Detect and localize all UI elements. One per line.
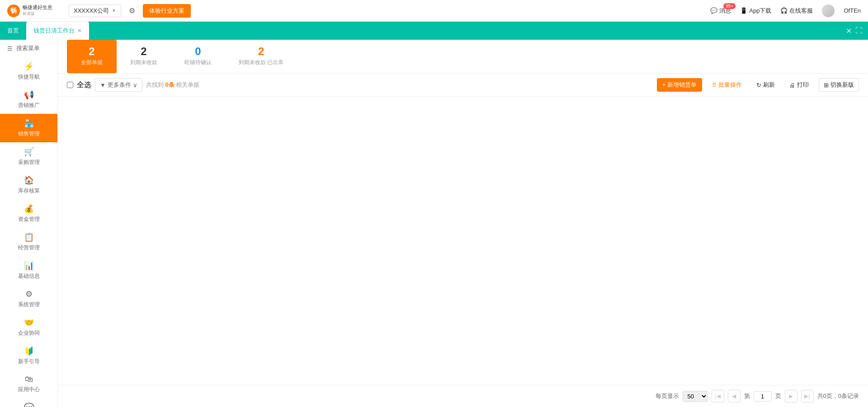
filter-icon: ▼: [100, 82, 106, 89]
message-item[interactable]: 💬 消息 99+: [710, 7, 731, 15]
page-last-btn[interactable]: ▶|: [801, 390, 814, 402]
add-sales-btn[interactable]: + 新增销货单: [657, 78, 702, 92]
app-download-item[interactable]: 📱 App下载: [740, 7, 771, 15]
finance-icon: 💰: [24, 204, 34, 214]
tab-home[interactable]: 首页: [0, 22, 26, 40]
stat-overdue-out-number: 2: [258, 45, 264, 58]
service-label: 在线客服: [789, 7, 813, 15]
marketing-icon: 📢: [24, 90, 34, 100]
toolbar-left: 全选 ▼ 更多条件 ∨ 共找到 0条 相关单据: [67, 78, 199, 92]
sidebar-item-finance[interactable]: 💰 资金管理: [0, 199, 57, 228]
logo-icon: 畅: [7, 5, 20, 17]
enterprise-label: 企业协同: [18, 329, 40, 337]
system-icon: ⚙: [25, 289, 33, 299]
batch-op-btn[interactable]: ⠿ 批量操作: [708, 79, 746, 91]
quick-nav-label: 快捷导航: [18, 73, 40, 81]
settings-icon[interactable]: ⚙: [126, 5, 138, 17]
per-page-select[interactable]: 50 100 200: [683, 391, 708, 402]
sidebar-item-wechat[interactable]: 💬 企业微信: [0, 398, 57, 407]
inventory-icon: 🏠: [24, 175, 34, 185]
tab-expand-action[interactable]: ⛶: [855, 27, 863, 35]
app-icon: 📱: [740, 7, 747, 14]
switch-version-btn[interactable]: ⊞ 切换新版: [819, 78, 859, 92]
company-name: XXXXXX公司: [74, 7, 109, 15]
stat-tab-all[interactable]: 2 全部单据: [67, 40, 117, 73]
sidebar-item-enterprise[interactable]: 🤝 企业协同: [0, 313, 57, 342]
user-avatar[interactable]: [822, 5, 835, 17]
page-suffix: 页: [775, 392, 781, 400]
page-label: 第: [744, 392, 750, 400]
found-text: 共找到 0条 相关单据: [146, 81, 199, 89]
stats-bar: 2 全部单据 2 到期未收款 0 旺辅待确认 2 到期未收款 已出库: [58, 40, 868, 74]
toolbar-right: + 新增销货单 ⠿ 批量操作 ↻ 刷新 🖨 打印 ⊞ 切换新版: [657, 78, 859, 92]
username[interactable]: OfTEn: [844, 7, 861, 14]
sidebar-item-basic-info[interactable]: 📊 基础信息: [0, 256, 57, 285]
top-bar-right: 💬 消息 99+ 📱 App下载 🎧 在线客服 OfTEn: [710, 5, 861, 17]
print-btn[interactable]: 🖨 打印: [785, 79, 813, 91]
sidebar-item-inventory[interactable]: 🏠 库存核算: [0, 171, 57, 199]
tab-work[interactable]: 钱货日清工作台 ✕: [26, 22, 89, 40]
per-page-label: 每页显示: [656, 392, 679, 400]
stat-tab-overdue[interactable]: 2 到期未收款: [117, 40, 171, 73]
service-icon: 🎧: [780, 7, 788, 14]
main-layout: ☰ 搜索菜单 ⚡ 快捷导航 📢 营销推广 🏪 销售管理 🛒 采购管理 🏠 库存核…: [0, 40, 868, 407]
app-center-icon: 🛍: [25, 374, 33, 384]
tab-close-action[interactable]: ✕: [846, 27, 852, 35]
inventory-label: 库存核算: [18, 187, 40, 195]
page-first-btn[interactable]: |◀: [712, 390, 724, 402]
logo-title: 畅捷通好生意: [23, 5, 52, 10]
app-label: App下载: [749, 7, 771, 15]
logo: 畅 畅捷通好生意 标准版: [7, 5, 65, 17]
sidebar-item-purchase[interactable]: 🛒 采购管理: [0, 142, 57, 171]
sidebar-item-system[interactable]: ⚙ 系统管理: [0, 285, 57, 313]
experience-button[interactable]: 体验行业方案: [143, 4, 191, 18]
refresh-btn[interactable]: ↻ 刷新: [752, 79, 779, 91]
sidebar-item-marketing[interactable]: 📢 营销推广: [0, 85, 57, 114]
purchase-label: 采购管理: [18, 159, 40, 166]
filter-label: 更多条件: [108, 81, 131, 89]
stat-all-label: 全部单据: [81, 59, 103, 66]
stat-overdue-number: 2: [141, 45, 146, 58]
online-service-item[interactable]: 🎧 在线客服: [780, 7, 813, 15]
tab-close-icon[interactable]: ✕: [77, 28, 82, 34]
stat-pending-label: 旺辅待确认: [184, 59, 212, 66]
page-next-btn[interactable]: ▶: [785, 390, 797, 402]
sidebar-item-operation[interactable]: 📋 经营管理: [0, 228, 57, 256]
wechat-icon: 💬: [24, 402, 34, 407]
user-name-label: OfTEn: [844, 7, 861, 14]
stat-pending-number: 0: [195, 45, 201, 58]
page-prev-btn[interactable]: ◀: [728, 390, 741, 402]
message-badge: 99+: [723, 3, 736, 9]
sidebar-item-app-center[interactable]: 🛍 应用中心: [0, 370, 57, 398]
sales-icon: 🏪: [24, 118, 34, 128]
more-conditions-btn[interactable]: ▼ 更多条件 ∨: [95, 78, 142, 92]
sales-label: 销售管理: [18, 130, 40, 138]
toolbar: 全选 ▼ 更多条件 ∨ 共找到 0条 相关单据 + 新增销货单 ⠿ 批量操作: [58, 74, 868, 97]
basic-info-icon: 📊: [24, 261, 34, 271]
tab-bar: 首页 钱货日清工作台 ✕ ✕ ⛶: [0, 22, 868, 40]
operation-icon: 📋: [24, 232, 34, 242]
sidebar-search[interactable]: ☰ 搜索菜单: [0, 40, 57, 57]
logo-subtitle: 标准版: [23, 11, 52, 17]
message-icon: 💬: [710, 7, 717, 14]
guide-label: 新手引导: [18, 358, 40, 365]
stat-all-number: 2: [89, 45, 94, 58]
stat-overdue-out-label: 到期未收款 已出库: [239, 59, 283, 66]
switch-icon: ⊞: [824, 82, 829, 89]
basic-info-label: 基础信息: [18, 272, 40, 280]
guide-icon: 🔰: [24, 346, 34, 356]
avatar: [822, 5, 835, 17]
stat-overdue-label: 到期未收款: [130, 59, 157, 66]
sidebar-item-sales[interactable]: 🏪 销售管理: [0, 114, 57, 142]
app-center-label: 应用中心: [18, 386, 40, 393]
finance-label: 资金管理: [18, 215, 40, 223]
sidebar-item-quick-nav[interactable]: ⚡ 快捷导航: [0, 57, 57, 85]
select-all-checkbox[interactable]: [67, 82, 73, 88]
purchase-icon: 🛒: [24, 147, 34, 157]
sidebar-item-guide[interactable]: 🔰 新手引导: [0, 342, 57, 370]
filter-arrow: ∨: [133, 82, 137, 89]
company-selector[interactable]: XXXXXX公司 ▼: [69, 5, 121, 17]
page-input[interactable]: [754, 391, 772, 402]
stat-tab-pending[interactable]: 0 旺辅待确认: [171, 40, 225, 73]
stat-tab-overdue-out[interactable]: 2 到期未收款 已出库: [225, 40, 297, 73]
